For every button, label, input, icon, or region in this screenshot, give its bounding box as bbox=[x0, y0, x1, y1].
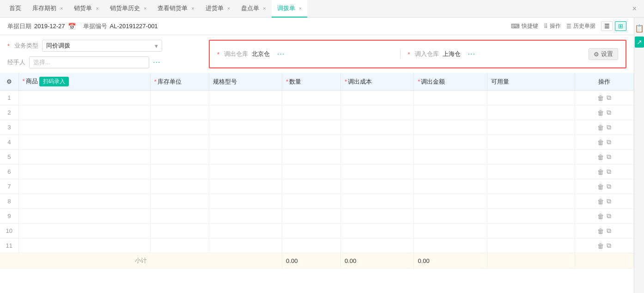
tab-sales-history[interactable]: 销货单历史 × bbox=[104, 0, 152, 18]
warehouse-config-box: * 调出仓库 北京仓 ··· * 调入仓库 上海仓 ··· ⚙ 设置 bbox=[209, 40, 626, 68]
unit-required-marker: * bbox=[154, 78, 157, 85]
table-row: 6🗑⧉ bbox=[0, 165, 634, 179]
handler-more-button[interactable]: ··· bbox=[153, 58, 160, 67]
shortcuts-button[interactable]: ⌨ 快捷键 bbox=[511, 22, 538, 30]
right-sidebar: 📋 ↗ bbox=[634, 18, 644, 293]
shortcuts-icon: ⌨ bbox=[511, 23, 520, 30]
sidebar-doc-icon[interactable]: 📋 bbox=[634, 22, 644, 35]
settings-label: 设置 bbox=[601, 50, 613, 58]
table-row: 4🗑⧉ bbox=[0, 135, 634, 150]
warehouse-out-more-button[interactable]: ··· bbox=[277, 50, 285, 58]
gear-icon: ⚙ bbox=[594, 51, 599, 58]
warehouse-divider bbox=[400, 49, 401, 59]
warehouse-in-required: * bbox=[408, 51, 410, 58]
table-row: 8🗑⧉ bbox=[0, 194, 634, 209]
handler-placeholder: 选择... bbox=[33, 58, 50, 67]
copy-icon[interactable]: ⧉ bbox=[607, 183, 611, 190]
delete-icon[interactable]: 🗑 bbox=[597, 213, 604, 220]
tab-sales-history-label: 销货单历史 bbox=[110, 4, 140, 12]
tab-purchase-close[interactable]: × bbox=[227, 6, 230, 11]
delete-icon[interactable]: 🗑 bbox=[597, 168, 604, 176]
date-label: 单据日期 bbox=[7, 22, 31, 31]
tab-sales-order-close[interactable]: × bbox=[96, 6, 98, 11]
expand-icon: ↗ bbox=[637, 38, 642, 46]
copy-icon[interactable]: ⧉ bbox=[607, 153, 611, 161]
delete-icon[interactable]: 🗑 bbox=[597, 139, 604, 146]
copy-icon[interactable]: ⧉ bbox=[607, 168, 611, 176]
qty-cell[interactable] bbox=[282, 91, 341, 105]
scan-entry-button[interactable]: 扫码录入 bbox=[39, 77, 69, 86]
amount-cell[interactable] bbox=[414, 91, 487, 105]
delete-icon[interactable]: 🗑 bbox=[597, 124, 604, 131]
chevron-down-icon: ▾ bbox=[155, 43, 158, 49]
tab-inventory-check[interactable]: 盘点单 × bbox=[236, 0, 271, 18]
table-row: 3🗑⧉ bbox=[0, 120, 634, 135]
operations-button[interactable]: ⠿ 操作 bbox=[544, 22, 561, 30]
copy-icon[interactable]: ⧉ bbox=[607, 227, 611, 235]
settings-button[interactable]: ⚙ 设置 bbox=[589, 48, 618, 60]
copy-icon[interactable]: ⧉ bbox=[607, 242, 611, 250]
warehouse-in-value: 上海仓 bbox=[443, 50, 461, 58]
available-cell bbox=[487, 91, 575, 105]
col-spec-header: 规格型号 bbox=[209, 73, 282, 91]
tab-home-label: 首页 bbox=[9, 4, 21, 12]
delete-icon[interactable]: 🗑 bbox=[597, 198, 604, 205]
tab-view-sales[interactable]: 查看销货单 × bbox=[152, 0, 200, 18]
warehouse-out-required: * bbox=[217, 51, 219, 58]
history-icon: ☰ bbox=[566, 23, 571, 30]
table-header-row: ⚙ *商品 扫码录入 *库存单位 规格型号 *数量 bbox=[0, 73, 634, 91]
window-close-button[interactable]: × bbox=[629, 3, 640, 15]
warehouse-in-more-button[interactable]: ··· bbox=[468, 50, 475, 58]
tab-sales-order[interactable]: 销货单 × bbox=[68, 0, 104, 18]
business-type-select[interactable]: 同价调拨 ▾ bbox=[42, 40, 162, 52]
row-no: 4 bbox=[0, 135, 18, 150]
product-cell[interactable] bbox=[18, 91, 150, 105]
shortcuts-label: 快捷键 bbox=[522, 22, 538, 30]
tab-view-sales-close[interactable]: × bbox=[191, 6, 194, 11]
calendar-icon[interactable]: 📅 bbox=[68, 23, 76, 30]
tab-transfer[interactable]: 调拨单 × bbox=[272, 0, 307, 18]
tab-purchase[interactable]: 进货单 × bbox=[200, 0, 236, 18]
delete-icon[interactable]: 🗑 bbox=[597, 153, 604, 161]
history-button[interactable]: ☰ 历史单据 bbox=[566, 22, 595, 30]
ops-cell: 🗑⧉ bbox=[575, 91, 634, 105]
col-ops-header: 操作 bbox=[575, 73, 634, 91]
copy-icon[interactable]: ⧉ bbox=[607, 94, 611, 102]
col-gear-header[interactable]: ⚙ bbox=[0, 73, 18, 91]
tab-inventory-init-close[interactable]: × bbox=[60, 6, 63, 11]
copy-icon[interactable]: ⧉ bbox=[607, 109, 611, 116]
copy-icon[interactable]: ⧉ bbox=[607, 212, 611, 220]
table-row: 10🗑⧉ bbox=[0, 224, 634, 238]
subtotal-label-cell: 小计 bbox=[0, 253, 282, 269]
delete-icon[interactable]: 🗑 bbox=[597, 109, 604, 116]
settings-area: * 业务类型 同价调拨 ▾ 经手人 选择... ··· bbox=[0, 35, 634, 73]
tab-inventory-init[interactable]: 库存期初 × bbox=[27, 0, 68, 18]
cost-cell[interactable] bbox=[340, 91, 414, 105]
delete-icon[interactable]: 🗑 bbox=[597, 242, 604, 250]
table-scroll-area[interactable]: ⚙ *商品 扫码录入 *库存单位 规格型号 *数量 bbox=[0, 73, 634, 293]
tab-sales-history-close[interactable]: × bbox=[144, 6, 146, 11]
copy-icon[interactable]: ⧉ bbox=[607, 197, 611, 205]
copy-icon[interactable]: ⧉ bbox=[607, 138, 611, 146]
tab-home[interactable]: 首页 bbox=[4, 0, 27, 18]
tab-inventory-init-label: 库存期初 bbox=[32, 4, 56, 12]
layout-list-button[interactable]: ☰ bbox=[601, 21, 613, 31]
sidebar-expand-icon[interactable]: ↗ bbox=[635, 37, 644, 48]
business-type-value: 同价调拨 bbox=[46, 42, 70, 50]
layout-grid-button[interactable]: ⊞ bbox=[615, 21, 626, 31]
copy-icon[interactable]: ⧉ bbox=[607, 123, 611, 131]
delete-icon[interactable]: 🗑 bbox=[597, 94, 604, 102]
delete-icon[interactable]: 🗑 bbox=[597, 227, 604, 235]
tab-transfer-close[interactable]: × bbox=[299, 6, 302, 11]
tab-view-sales-label: 查看销货单 bbox=[158, 4, 188, 12]
delete-icon[interactable]: 🗑 bbox=[597, 183, 604, 190]
warehouse-out-label: 调出仓库 bbox=[224, 50, 248, 58]
tab-bar: 首页 库存期初 × 销货单 × 销货单历史 × 查看销货单 × 进货单 × 盘点… bbox=[0, 0, 644, 18]
unit-cell[interactable] bbox=[150, 91, 209, 105]
handler-select[interactable]: 选择... bbox=[29, 56, 149, 68]
row-no: 5 bbox=[0, 150, 18, 165]
spec-cell[interactable] bbox=[209, 91, 282, 105]
tab-inventory-check-close[interactable]: × bbox=[263, 6, 266, 11]
subtotal-cost: 0.00 bbox=[340, 253, 414, 269]
table-gear-icon[interactable]: ⚙ bbox=[6, 78, 12, 85]
